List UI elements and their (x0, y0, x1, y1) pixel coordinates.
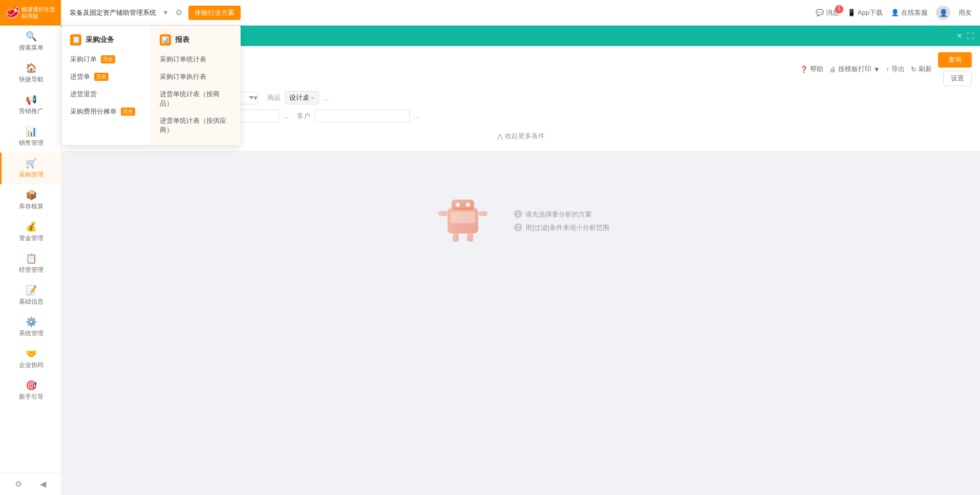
sidebar-icon-marketing: 📢 (26, 94, 37, 105)
sidebar-item-enterprise[interactable]: 🤝 企业协同 (0, 343, 61, 375)
order-exec-label: 采购订单执行表 (160, 72, 206, 81)
sidebar-label-operation: 经营管理 (19, 266, 44, 274)
dropdown-purchase-col: 🧾 采购业务 采购订单 历史 进货单 历史 进货退货 采购费用分摊单 历史 (62, 26, 152, 145)
dropdown-item-purchase-receipt[interactable]: 进货单 历史 (62, 68, 151, 85)
print-label: 按模板打印 (838, 64, 871, 74)
customer-group: 客户 ... (297, 110, 419, 122)
dropdown-item-order-stats[interactable]: 采购订单统计表 (152, 51, 241, 68)
sidebar-label-marketing: 营销推广 (19, 107, 44, 116)
dropdown-report-col: 📊 报表 采购订单统计表 采购订单执行表 进货单统计表（按商品） 进货单统计表（… (152, 26, 241, 145)
export-icon: ↑ (886, 66, 890, 73)
sidebar-label-sales: 销售管理 (19, 139, 44, 147)
app-download-btn[interactable]: 📱 App下载 (847, 8, 883, 17)
sidebar-item-basic[interactable]: 📝 基础信息 (0, 279, 61, 311)
customer-input[interactable] (314, 110, 410, 122)
tab-close-window-btn[interactable]: ✕ (956, 32, 963, 40)
goods-group: 商品 设计桌 × ... (267, 91, 329, 104)
help-btn[interactable]: ❓ 帮助 (800, 64, 823, 74)
sidebar-item-system[interactable]: ⚙️ 系统管理 (0, 311, 61, 343)
dropdown-item-receipt-stats-goods[interactable]: 进货单统计表（按商品） (152, 85, 241, 112)
dropdown-report-header: 📊 报表 (152, 32, 241, 51)
app-logo: 🥩 畅捷通好生意 标准版 (0, 0, 61, 26)
purchase-section-title: 采购业务 (86, 35, 114, 45)
sidebar-icon-purchase: 🛒 (26, 158, 37, 169)
customer-label: 客户 (297, 112, 310, 121)
sidebar-icon-inventory: 📦 (26, 189, 37, 201)
report-header-icon: 📊 (160, 34, 171, 46)
refresh-btn[interactable]: ↻ 刷新 (911, 64, 932, 74)
svg-rect-8 (478, 211, 487, 216)
export-btn[interactable]: ↑ 导出 (886, 64, 905, 74)
app-download-label: App下载 (858, 8, 883, 17)
filter-actions: 查询 设置 (938, 52, 972, 86)
dropdown-item-purchase-order[interactable]: 采购订单 历史 (62, 51, 151, 68)
sidebar-icon-finance: 💰 (26, 221, 37, 232)
collapse-icon: ⋀ (497, 133, 503, 140)
tab-maximize-btn[interactable]: ⛶ (967, 32, 974, 40)
query-btn[interactable]: 查询 (938, 52, 972, 68)
sidebar-icon-newbie: 🎯 (26, 380, 37, 391)
sidebar-label-purchase: 采购管理 (19, 170, 44, 179)
empty-tip-1: 1 请先选择要分析的方案 (514, 210, 609, 219)
sidebar-icon-system: ⚙️ (26, 316, 37, 328)
svg-rect-4 (451, 212, 475, 223)
industry-btn[interactable]: 体验行业方案 (188, 6, 241, 20)
phone-icon: 📱 (847, 9, 856, 16)
logo-line2: 标准版 (22, 13, 55, 19)
sidebar-icon-sales: 📊 (26, 126, 37, 137)
sidebar-icon-basic: 📝 (26, 285, 37, 296)
help-icon: ❓ (800, 66, 808, 73)
dropdown-item-purchase-return[interactable]: 进货退货 (62, 85, 151, 103)
goods-label: 商品 (267, 93, 281, 102)
dropdown-item-order-exec[interactable]: 采购订单执行表 (152, 68, 241, 85)
sidebar-item-inventory[interactable]: 📦 库存核算 (0, 184, 61, 216)
online-service-btn[interactable]: 👤 在线客服 (891, 8, 928, 17)
sidebar-item-sales[interactable]: 📊 销售管理 (0, 121, 61, 153)
sidebar-icon-operation: 📋 (26, 253, 37, 264)
purchase-expense-label: 采购费用分摊单 (70, 107, 117, 116)
topbar-gear-icon[interactable]: ⚙ (175, 8, 182, 17)
logo-text: 畅捷通好生意 标准版 (22, 6, 55, 19)
empty-illustration (432, 192, 494, 244)
topbar: 装备及固定资产辅助管理系统 ▼ ⚙ 体验行业方案 💬 消息 5 📱 App下载 … (61, 0, 980, 26)
print-dropdown-icon[interactable]: ▼ (874, 66, 880, 73)
sidebar-collapse-btn[interactable]: ◀ (40, 479, 46, 489)
receipt-stats-supplier-label: 进货单统计表（按供应商） (160, 116, 232, 135)
sidebar-item-search[interactable]: 🔍 搜索菜单 (0, 26, 61, 57)
empty-tips: 1 请先选择要分析的方案 2 用[过滤]条件来缩小分析范围 (514, 210, 609, 236)
export-label: 导出 (891, 64, 905, 74)
empty-tip-2: 2 用[过滤]条件来缩小分析范围 (514, 223, 609, 232)
sidebar-icon-quick: 🏠 (26, 62, 37, 74)
sidebar-item-operation[interactable]: 📋 经营管理 (0, 248, 61, 279)
refresh-label: 刷新 (919, 64, 932, 74)
purchase-expense-history-badge: 历史 (121, 107, 135, 116)
sidebar-item-finance[interactable]: 💰 资金管理 (0, 216, 61, 248)
order-stats-label: 采购订单统计表 (160, 55, 206, 64)
sidebar-item-quick[interactable]: 🏠 快捷导航 (0, 57, 61, 89)
dropdown-item-purchase-expense[interactable]: 采购费用分摊单 历史 (62, 103, 151, 120)
sidebar-settings-btn[interactable]: ⚙ (15, 479, 22, 489)
svg-rect-1 (452, 200, 474, 210)
sidebar-bottom: ⚙ ◀ (0, 472, 61, 495)
user-avatar[interactable]: 👤 (936, 6, 950, 20)
online-service-label: 在线客服 (901, 8, 928, 17)
refresh-icon: ↻ (911, 66, 917, 73)
svg-point-2 (456, 203, 460, 207)
sidebar-item-purchase[interactable]: 🛒 采购管理 (0, 153, 61, 184)
goods-tag-value: 设计桌 (289, 93, 309, 102)
message-btn[interactable]: 💬 消息 5 (816, 8, 839, 17)
customer-more-btn[interactable]: ... (414, 112, 419, 120)
goods-tag-close[interactable]: × (311, 95, 314, 101)
goods-tag: 设计桌 × (285, 91, 319, 104)
salesman-more-btn[interactable]: ... (283, 112, 289, 120)
dropdown-item-receipt-stats-supplier[interactable]: 进货单统计表（按供应商） (152, 112, 241, 139)
message-icon: 💬 (816, 9, 824, 16)
settings-btn[interactable]: 设置 (943, 71, 972, 86)
svg-rect-5 (453, 233, 459, 242)
system-title-dropdown[interactable]: ▼ (162, 9, 169, 16)
goods-more-btn[interactable]: ... (323, 94, 329, 102)
empty-state: 1 请先选择要分析的方案 2 用[过滤]条件来缩小分析范围 (61, 152, 980, 295)
print-btn[interactable]: 🖨 按模板打印 ▼ (829, 64, 880, 74)
sidebar-item-newbie[interactable]: 🎯 新手引导 (0, 375, 61, 406)
sidebar-item-marketing[interactable]: 📢 营销推广 (0, 89, 61, 121)
